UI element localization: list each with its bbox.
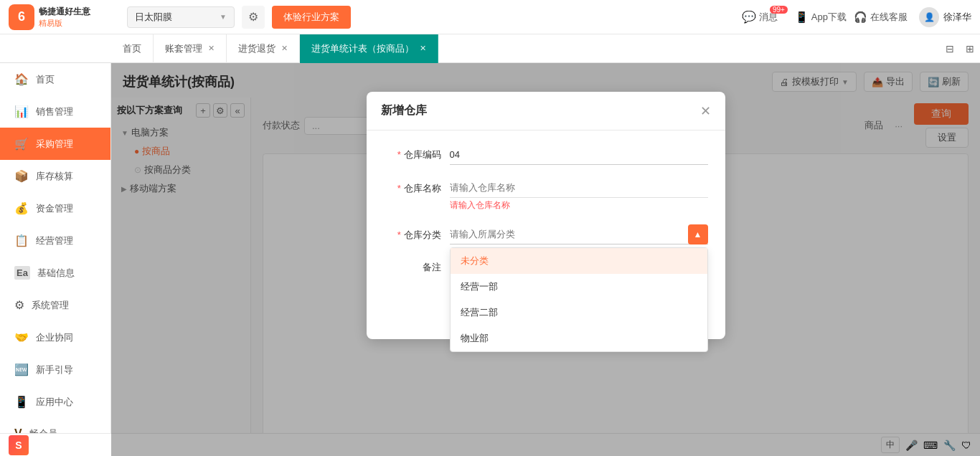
category-label: 仓库分类: [404, 229, 441, 240]
logo-name: 畅捷通好生意: [39, 6, 90, 18]
modal-close-btn[interactable]: ✕: [700, 105, 711, 118]
modal-overlay: 新增仓库 ✕ * 仓库编码: [111, 63, 980, 456]
required-star: *: [397, 149, 401, 160]
name-error-text: 请输入仓库名称: [450, 199, 708, 212]
form-row-name: * 仓库名称 请输入仓库名称: [384, 178, 708, 212]
modal-body: * 仓库编码 * 仓库名称 请输入仓库名称: [367, 130, 725, 298]
system-icon: ⚙: [14, 298, 24, 312]
logo-icon: 6: [9, 4, 34, 30]
app-download-area[interactable]: 📱 App下载: [795, 11, 847, 24]
sidebar-item-operations[interactable]: 📋 经营管理: [0, 224, 110, 257]
modal-title: 新增仓库: [381, 103, 427, 118]
sales-icon: 📊: [14, 105, 29, 118]
content-area: 进货单统计(按商品) 🖨 按模板打印 ▼ 📤 导出 🔄 刷新: [111, 63, 980, 456]
sidebar-operations-label: 经营管理: [36, 234, 73, 247]
category-option-unclassified[interactable]: 未分类: [451, 248, 707, 274]
enterprise-icon: 🤝: [14, 331, 29, 344]
sidebar-item-apps[interactable]: 📱 应用中心: [0, 386, 110, 418]
tab-purchase-return-close[interactable]: ✕: [281, 44, 288, 53]
code-input[interactable]: [450, 145, 708, 165]
category-option-property[interactable]: 物业部: [451, 326, 707, 351]
category-option-dept2[interactable]: 经营二部: [451, 300, 707, 326]
category-dropdown-btn[interactable]: ▲: [688, 224, 708, 244]
app-download-label: App下载: [811, 11, 847, 24]
store-dropdown-arrow: ▼: [220, 13, 227, 21]
sidebar-item-guide[interactable]: 🆕 新手引导: [0, 353, 110, 386]
sidebar-home-label: 首页: [36, 73, 55, 86]
code-label: 仓库编码: [404, 149, 441, 160]
category-dropdown-container: ▲ 未分类 经营一部 经营二部 物业部: [450, 224, 708, 244]
sidebar-sales-label: 销售管理: [36, 105, 73, 118]
tab-minimize[interactable]: ⊟: [940, 39, 960, 59]
sidebar-apps-label: 应用中心: [36, 396, 73, 409]
category-option-dept1[interactable]: 经营一部: [451, 274, 707, 300]
category-dropdown-list: 未分类 经营一部 经营二部 物业部: [450, 247, 708, 352]
notification-icon: 💬: [742, 10, 756, 24]
gear-button[interactable]: ⚙: [242, 6, 265, 29]
operations-icon: 📋: [14, 234, 29, 247]
required-star-name: *: [397, 183, 401, 194]
modal: 新增仓库 ✕ * 仓库编码: [367, 92, 725, 339]
customer-service-area[interactable]: 🎧 在线客服: [854, 11, 908, 24]
logo-sub: 精易版: [39, 18, 90, 29]
tab-purchase-return[interactable]: 进货退货 ✕: [227, 34, 300, 63]
notification-badge: 99+: [770, 6, 788, 14]
tab-purchase-stats-label: 进货单统计表（按商品）: [311, 42, 414, 55]
sidebar-item-inventory[interactable]: 📦 库存核算: [0, 160, 110, 192]
s-logo: S: [9, 435, 29, 455]
name-label: 仓库名称: [404, 183, 441, 194]
notification-area[interactable]: 💬 消息 99+: [742, 10, 778, 24]
phone-icon: 📱: [795, 11, 809, 24]
top-header: 6 畅捷通好生意 精易版 日太阳膜 ▼ ⚙ 体验行业方案 💬 消息 99+ 📱 …: [0, 0, 980, 34]
sidebar-purchase-label: 采购管理: [36, 138, 73, 151]
sidebar-guide-label: 新手引导: [36, 364, 73, 376]
inventory-icon: 📦: [14, 169, 29, 183]
sidebar-item-finance[interactable]: 💰 资金管理: [0, 192, 110, 224]
sidebar: 🏠 首页 📊 销售管理 🛒 采购管理 📦 库存核算 💰 资金管理 📋 经营管理 …: [0, 63, 111, 456]
finance-icon: 💰: [14, 201, 29, 215]
category-input[interactable]: [450, 224, 708, 244]
sidebar-basic-label: 基础信息: [37, 267, 75, 280]
user-name: 徐泽华: [943, 11, 971, 24]
logo-text-area: 畅捷通好生意 精易版: [39, 6, 90, 29]
tab-account[interactable]: 账套管理 ✕: [154, 34, 227, 63]
sidebar-item-purchase[interactable]: 🛒 采购管理: [0, 128, 110, 160]
headset-icon: 🎧: [854, 11, 867, 24]
store-name: 日太阳膜: [135, 11, 215, 24]
main-layout: 🏠 首页 📊 销售管理 🛒 采购管理 📦 库存核算 💰 资金管理 📋 经营管理 …: [0, 63, 980, 456]
form-row-code: * 仓库编码: [384, 145, 708, 165]
sidebar-item-system[interactable]: ⚙ 系统管理: [0, 289, 110, 321]
tab-account-close[interactable]: ✕: [208, 44, 215, 53]
tab-purchase-stats[interactable]: 进货单统计表（按商品） ✕: [300, 34, 438, 63]
sidebar-finance-label: 资金管理: [36, 202, 73, 215]
sidebar-item-home[interactable]: 🏠 首页: [0, 63, 110, 95]
guide-icon: 🆕: [14, 363, 29, 376]
sidebar-item-enterprise[interactable]: 🤝 企业协同: [0, 321, 110, 353]
logo-area: 6 畅捷通好生意 精易版: [9, 4, 120, 30]
tab-account-label: 账套管理: [165, 42, 202, 55]
tab-purchase-stats-close[interactable]: ✕: [420, 44, 426, 53]
remarks-label: 备注: [423, 262, 441, 272]
tab-purchase-return-label: 进货退货: [238, 42, 275, 55]
form-row-category: * 仓库分类 ▲ 未分类 经营一部 经营二部 物业部: [384, 224, 708, 244]
sidebar-system-label: 系统管理: [32, 299, 69, 312]
sidebar-enterprise-label: 企业协同: [36, 331, 73, 344]
modal-header: 新增仓库 ✕: [367, 92, 725, 130]
tab-home[interactable]: 首页: [111, 34, 154, 63]
customer-service-label: 在线客服: [870, 11, 908, 24]
home-icon: 🏠: [14, 72, 29, 86]
sidebar-item-sales[interactable]: 📊 销售管理: [0, 95, 110, 128]
store-selector[interactable]: 日太阳膜 ▼: [127, 6, 235, 28]
required-star-cat: *: [397, 229, 401, 240]
apps-icon: 📱: [14, 395, 29, 409]
sidebar-item-basic[interactable]: Ea 基础信息: [0, 257, 110, 289]
avatar: 👤: [919, 7, 939, 27]
tab-expand[interactable]: ⊞: [960, 39, 980, 59]
trial-btn[interactable]: 体验行业方案: [272, 6, 351, 29]
tab-home-label: 首页: [123, 42, 141, 55]
basic-icon: Ea: [14, 266, 30, 280]
sidebar-inventory-label: 库存核算: [36, 170, 73, 183]
user-area[interactable]: 👤 徐泽华: [919, 7, 971, 27]
purchase-icon: 🛒: [14, 137, 29, 151]
name-input[interactable]: [450, 178, 708, 198]
